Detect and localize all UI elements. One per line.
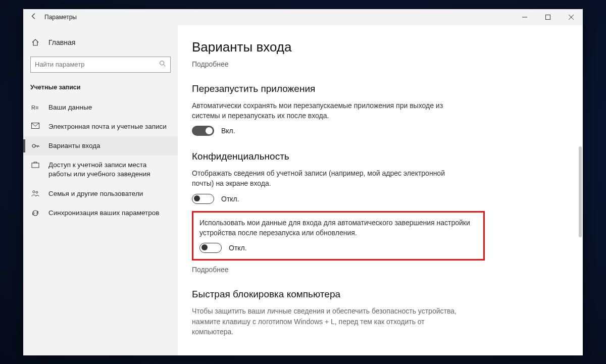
show-account-toggle[interactable] (192, 194, 214, 204)
toggle-state-label: Вкл. (221, 127, 235, 135)
nav-work-school[interactable]: Доступ к учетной записи места работы или… (23, 155, 178, 184)
svg-rect-1 (546, 15, 550, 19)
nav-label: Синхронизация ваших параметров (48, 209, 171, 218)
search-box[interactable] (30, 57, 171, 73)
close-button[interactable] (560, 9, 583, 25)
use-signin-toggle[interactable] (199, 243, 222, 253)
svg-point-14 (36, 191, 38, 193)
privacy-heading: Конфиденциальность (192, 151, 563, 162)
toggle-state-label: Откл. (229, 244, 247, 252)
nav-your-info[interactable]: R≡ Ваши данные (23, 98, 178, 117)
back-button[interactable] (23, 13, 44, 21)
learn-more-link[interactable]: Подробнее (192, 60, 563, 68)
nav-email-accounts[interactable]: Электронная почта и учетные записи (23, 117, 178, 136)
nav-signin-options[interactable]: Варианты входа (23, 136, 178, 155)
dynamic-lock-heading: Быстрая блокировка компьютера (192, 289, 563, 300)
category-header: Учетные записи (23, 80, 178, 98)
home-icon (30, 38, 40, 46)
nav-list: R≡ Ваши данные Электронная почта и учетн… (23, 98, 178, 223)
svg-text:R≡: R≡ (31, 105, 38, 111)
nav-sync[interactable]: Синхронизация ваших параметров (23, 203, 178, 223)
restart-apps-toggle[interactable] (192, 126, 214, 136)
titlebar: Параметры (23, 9, 583, 25)
briefcase-icon (30, 161, 40, 168)
nav-label: Ваши данные (48, 103, 171, 112)
mail-icon (30, 123, 40, 129)
privacy-more-link[interactable]: Подробнее (192, 266, 563, 274)
toggle-state-label: Откл. (221, 195, 239, 203)
window-title: Параметры (44, 14, 77, 21)
people-icon (30, 190, 40, 197)
nav-family[interactable]: Семья и другие пользователи (23, 184, 178, 203)
svg-point-13 (33, 190, 35, 192)
nav-label: Электронная почта и учетные записи (48, 122, 171, 131)
person-card-icon: R≡ (30, 103, 40, 112)
restart-apps-heading: Перезапустить приложения (192, 83, 563, 94)
dynamic-lock-desc: Чтобы защитить ваши личные сведения и об… (192, 306, 465, 337)
sync-icon (30, 209, 40, 217)
restart-apps-desc: Автоматически сохранять мои перезапускае… (192, 100, 465, 121)
svg-line-5 (164, 64, 166, 66)
settings-window: Параметры Главная Учетные запис (23, 9, 583, 355)
svg-rect-12 (32, 163, 39, 168)
nav-label: Доступ к учетной записи места работы или… (48, 161, 171, 179)
highlighted-setting: Использовать мои данные для входа для ав… (192, 211, 485, 261)
search-icon (159, 60, 166, 69)
maximize-button[interactable] (536, 9, 560, 25)
nav-label: Варианты входа (48, 141, 171, 150)
search-input[interactable] (35, 61, 159, 68)
main-content: Варианты входа Подробнее Перезапустить п… (178, 25, 583, 355)
home-link[interactable]: Главная (23, 32, 178, 53)
home-label: Главная (48, 38, 75, 46)
sidebar: Главная Учетные записи R≡ Ваши данные (23, 25, 178, 355)
nav-label: Семья и другие пользователи (48, 189, 171, 198)
svg-point-8 (32, 144, 35, 147)
scrollbar-thumb[interactable] (579, 146, 582, 237)
svg-point-4 (160, 61, 164, 65)
minimize-button[interactable] (513, 9, 536, 25)
page-title: Варианты входа (192, 39, 563, 55)
key-icon (30, 142, 40, 150)
privacy-desc-1: Отображать сведения об учетной записи (н… (192, 168, 465, 189)
privacy-desc-2: Использовать мои данные для входа для ав… (199, 218, 472, 238)
